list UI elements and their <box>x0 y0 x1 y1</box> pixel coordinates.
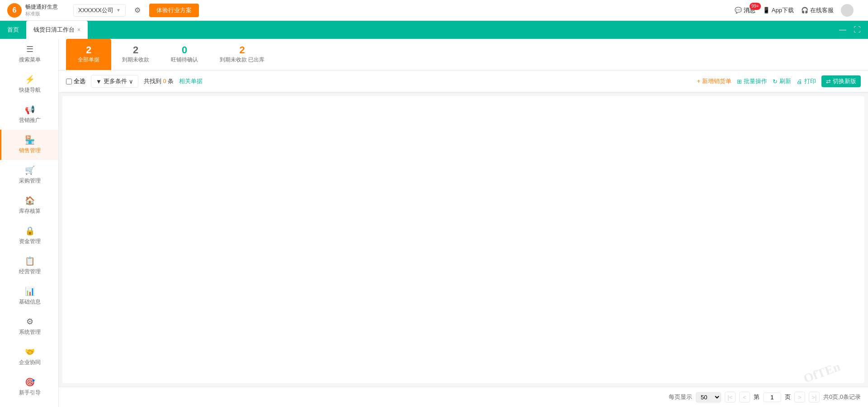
marketing-icon: 📢 <box>25 105 35 115</box>
sidebar-item-purchase[interactable]: 🛒 采购管理 <box>0 160 58 190</box>
sidebar: ☰ 搜索菜单 ⚡ 快捷导航 📢 营销推广 🏪 销售管理 🛒 采购管理 🏠 库存核… <box>0 39 59 407</box>
filter-icon: ▼ <box>96 78 102 85</box>
sidebar-item-appcenter[interactable]: 📦 应用中心 <box>0 402 58 407</box>
service-icon: 🎧 <box>801 7 808 14</box>
summary-tab-overdue[interactable]: 2 到期未收款 <box>111 39 160 70</box>
content-area: 2 全部单据 2 到期未收款 0 旺铺待确认 2 到期未收款 已出库 全选 <box>59 39 868 407</box>
toolbar: 全选 ▼ 更多条件 ∨ 共找到 0 条 相关单据 + 新增销货单 ⊞ 批 <box>59 70 868 93</box>
page-label-suffix: 页 <box>785 393 791 401</box>
collaboration-icon: 🤝 <box>25 347 35 357</box>
trial-button[interactable]: 体验行业方案 <box>149 4 199 17</box>
refresh-icon: ↻ <box>773 78 778 85</box>
batch-icon: ⊞ <box>737 78 742 85</box>
online-service-button[interactable]: 🎧 在线客服 <box>801 6 834 14</box>
sidebar-item-sales[interactable]: 🏪 销售管理 <box>0 130 58 160</box>
found-text: 共找到 0 条 <box>144 77 174 85</box>
chevron-down-icon: ▼ <box>116 8 121 13</box>
message-button[interactable]: 💬 消息 99+ <box>735 6 755 14</box>
guide-icon: 🎯 <box>25 377 35 387</box>
finance-icon: 🔒 <box>25 226 35 236</box>
summary-tab-shipped[interactable]: 2 到期未收款 已出库 <box>209 39 275 70</box>
filter-button[interactable]: ▼ 更多条件 ∨ <box>91 75 138 88</box>
filter-chevron-icon: ∨ <box>129 78 133 85</box>
settings-button[interactable]: ⚙ <box>131 4 144 17</box>
tab-close-icon[interactable]: × <box>77 27 80 33</box>
tab-minimize-icon[interactable]: — <box>837 24 848 35</box>
page-input[interactable] <box>763 393 781 402</box>
pagination: 每页显示 50 100 200 |< < 第 页 > >| 共0页,0条记录 <box>59 387 868 407</box>
download-icon: 📱 <box>763 7 770 14</box>
batch-button[interactable]: ⊞ 批量操作 <box>737 77 767 85</box>
table-area <box>62 96 864 383</box>
logo-icon: 6 <box>7 3 22 18</box>
sidebar-item-collaboration[interactable]: 🤝 企业协同 <box>0 342 58 372</box>
summary-tab-all[interactable]: 2 全部单据 <box>66 39 111 70</box>
header-center: XXXXXX公司 ▼ ⚙ 体验行业方案 <box>66 4 735 17</box>
print-button[interactable]: 🖨 打印 <box>797 77 816 85</box>
sales-icon: 🏪 <box>25 135 35 145</box>
found-count: 0 <box>163 78 166 84</box>
message-badge: 消息 99+ <box>744 6 755 14</box>
sidebar-item-base[interactable]: 📊 基础信息 <box>0 281 58 311</box>
switch-icon: ⇄ <box>826 78 831 85</box>
toolbar-left: 全选 ▼ 更多条件 ∨ 共找到 0 条 相关单据 <box>66 75 692 88</box>
logo-text: 畅捷通好生意 标准版 <box>25 4 58 17</box>
search-menu-icon: ☰ <box>26 44 33 54</box>
quicknav-icon: ⚡ <box>25 75 35 84</box>
company-name: XXXXXX公司 <box>78 6 113 14</box>
new-sale-button[interactable]: + 新增销货单 <box>697 77 731 85</box>
app-download-button[interactable]: 📱 App下载 <box>763 6 794 14</box>
sidebar-item-system[interactable]: ⚙ 系统管理 <box>0 311 58 342</box>
message-count: 99+ <box>750 3 761 10</box>
summary-tab-wangpu[interactable]: 0 旺铺待确认 <box>160 39 209 70</box>
header-right: 💬 消息 99+ 📱 App下载 🎧 在线客服 <box>735 4 861 17</box>
operations-icon: 📋 <box>25 256 35 266</box>
avatar[interactable] <box>841 4 854 17</box>
base-icon: 📊 <box>25 286 35 296</box>
select-all-input[interactable] <box>66 79 72 84</box>
sidebar-item-operations[interactable]: 📋 经营管理 <box>0 251 58 281</box>
sidebar-item-marketing[interactable]: 📢 营销推广 <box>0 99 58 130</box>
tab-right-buttons: — ⛶ <box>837 24 868 35</box>
related-link[interactable]: 相关单据 <box>179 77 203 85</box>
summary-tabs: 2 全部单据 2 到期未收款 0 旺铺待确认 2 到期未收款 已出库 <box>59 39 868 70</box>
page-prev-button[interactable]: < <box>739 392 750 402</box>
page-label-prefix: 第 <box>754 393 760 401</box>
tab-maximize-icon[interactable]: ⛶ <box>852 24 863 35</box>
system-icon: ⚙ <box>26 317 33 327</box>
page-size-label: 每页显示 <box>669 393 692 401</box>
sidebar-item-search[interactable]: ☰ 搜索菜单 <box>0 39 58 69</box>
tab-bar: 首页 钱货日清工作台 × — ⛶ <box>0 21 868 39</box>
print-icon: 🖨 <box>797 78 802 85</box>
inventory-icon: 🏠 <box>25 196 35 206</box>
page-size-select[interactable]: 50 100 200 <box>696 392 721 402</box>
sidebar-item-finance[interactable]: 🔒 资金管理 <box>0 220 58 251</box>
toolbar-right: + 新增销货单 ⊞ 批量操作 ↻ 刷新 🖨 打印 ⇄ 切换新版 <box>697 75 861 87</box>
sidebar-item-inventory[interactable]: 🏠 库存核算 <box>0 190 58 220</box>
select-all-checkbox[interactable]: 全选 <box>66 77 85 85</box>
tab-home[interactable]: 首页 <box>0 21 26 39</box>
page-total: 共0页,0条记录 <box>823 393 861 401</box>
main-layout: ☰ 搜索菜单 ⚡ 快捷导航 📢 营销推广 🏪 销售管理 🛒 采购管理 🏠 库存核… <box>0 39 868 407</box>
purchase-icon: 🛒 <box>25 165 35 175</box>
message-icon: 💬 <box>735 7 742 14</box>
page-next-button[interactable]: > <box>794 392 805 402</box>
tab-active[interactable]: 钱货日清工作台 × <box>26 21 88 39</box>
logo-area: 6 畅捷通好生意 标准版 <box>7 3 66 18</box>
sidebar-item-quicknav[interactable]: ⚡ 快捷导航 <box>0 69 58 99</box>
refresh-button[interactable]: ↻ 刷新 <box>773 77 791 85</box>
top-header: 6 畅捷通好生意 标准版 XXXXXX公司 ▼ ⚙ 体验行业方案 💬 消息 99… <box>0 0 868 21</box>
switch-version-button[interactable]: ⇄ 切换新版 <box>821 75 861 87</box>
sidebar-item-guide[interactable]: 🎯 新手引导 <box>0 372 58 402</box>
page-first-button[interactable]: |< <box>725 392 736 402</box>
page-last-button[interactable]: >| <box>809 392 820 402</box>
company-selector[interactable]: XXXXXX公司 ▼ <box>73 4 126 17</box>
